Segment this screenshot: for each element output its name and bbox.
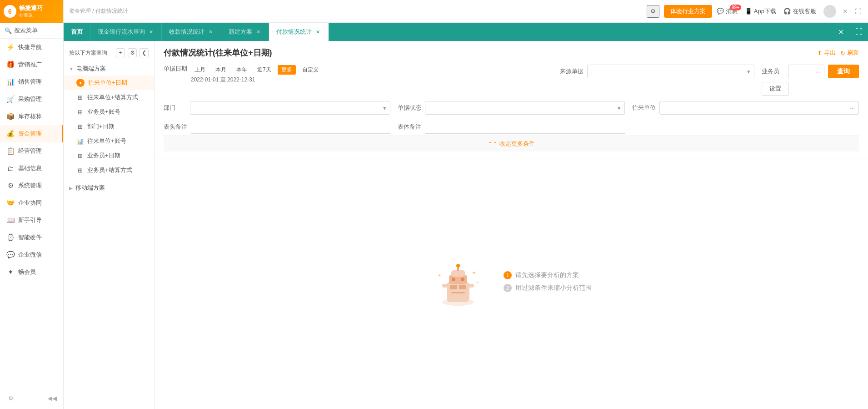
table-icon: ⊞ — [76, 167, 84, 174]
tab-bank-flow-close[interactable]: ✕ — [148, 29, 154, 35]
sidebar-collapse-btn[interactable]: ◀◀ — [46, 392, 59, 404]
finance-icon: 💰 — [6, 130, 15, 138]
scheme-item-counterpart-date[interactable]: ● 往来单位+日期 — [64, 76, 154, 90]
sidebar-item-system[interactable]: ⚙ 系统管理 — [0, 177, 63, 194]
right-panel: 付款情况统计(往来单位+日期) ⬆ 导出 ↻ 刷新 — [155, 41, 868, 409]
sidebar-search[interactable]: 🔍 搜索菜单 — [0, 23, 63, 39]
query-btn[interactable]: 查询 — [828, 65, 859, 78]
sidebar-settings-btn[interactable]: ⚙ — [5, 392, 17, 404]
svg-rect-5 — [442, 284, 448, 288]
sidebar-item-member[interactable]: ✦ 畅会员 — [0, 263, 63, 281]
date-option-7days[interactable]: 近7天 — [254, 65, 275, 75]
export-btn[interactable]: ⬆ 导出 — [817, 49, 836, 57]
tab-home[interactable]: 首页 — [64, 23, 90, 41]
sidebar-item-operation[interactable]: 📋 经营管理 — [0, 142, 63, 160]
tab-payment-stat-label: 付款情况统计 — [276, 28, 312, 36]
sidebar-item-marketing[interactable]: 🎁 营销推广 — [0, 56, 63, 73]
tab-close-all-btn[interactable]: ✕ — [832, 23, 850, 41]
svg-rect-10 — [451, 270, 465, 277]
logo-icon: 6 — [4, 5, 16, 18]
app-download-btn[interactable]: 📱 App下载 — [745, 7, 776, 15]
tab-bank-flow[interactable]: 现金银行流水查询 ✕ — [90, 23, 162, 41]
online-service-btn[interactable]: 🎧 在线客服 — [783, 7, 816, 15]
source-select[interactable]: ▾ — [587, 65, 754, 78]
sidebar-item-guide[interactable]: 📖 新手引导 — [0, 212, 63, 229]
messages-btn[interactable]: 💬 消息 99+ — [717, 7, 738, 15]
scheme-settings-btn[interactable]: ⚙ — [128, 48, 137, 57]
settings-btn[interactable]: 设置 — [762, 82, 789, 96]
desktop-scheme-title[interactable]: ▼ 电脑端方案 — [64, 62, 154, 76]
sidebar-subtitle: 标准版 — [19, 12, 43, 18]
sidebar-item-sales[interactable]: 📊 销售管理 — [0, 73, 63, 91]
breadcrumb: 资金管理 / 付款情况统计 — [69, 7, 642, 15]
agent-select[interactable]: ··· — [788, 65, 824, 78]
user-avatar[interactable] — [823, 5, 836, 18]
maximize-btn[interactable]: ⛶ — [853, 7, 863, 16]
sidebar-item-cooperation[interactable]: 🤝 企业协同 — [0, 194, 63, 212]
mobile-scheme-title[interactable]: ▶ 移动端方案 — [64, 181, 154, 195]
filter-row2: 部门 ▾ 单据状态 ▾ 往来单位 — [164, 101, 859, 115]
sidebar-item-wechat[interactable]: 💬 企业微信 — [0, 246, 63, 263]
tab-fullscreen-btn[interactable]: ⛶ — [850, 23, 868, 41]
sidebar-search-label: 搜索菜单 — [14, 26, 38, 35]
tab-new-scheme-close[interactable]: ✕ — [255, 29, 261, 35]
sidebar-item-inventory[interactable]: 📦 库存核算 — [0, 108, 63, 125]
close-btn[interactable]: ✕ — [841, 7, 850, 16]
sidebar-item-label: 销售管理 — [18, 78, 42, 86]
scheme-item-dept-date[interactable]: ⊞ 部门+日期 — [64, 119, 154, 134]
tab-collection-stat-close[interactable]: ✕ — [207, 29, 214, 35]
sidebar-item-purchase[interactable]: 🛒 采购管理 — [0, 91, 63, 108]
date-option-this-year[interactable]: 本年 — [233, 65, 251, 75]
voucher-status-select[interactable]: ▾ — [425, 101, 624, 115]
table-icon: ⊞ — [76, 94, 84, 101]
tab-collection-stat[interactable]: 收款情况统计 ✕ — [162, 23, 221, 41]
phone-icon: 📱 — [745, 8, 752, 15]
tab-home-label: 首页 — [71, 28, 83, 36]
scheme-item-agent-date[interactable]: ⊞ 业务员+日期 — [64, 148, 154, 163]
date-option-more[interactable]: 更多 — [278, 65, 296, 75]
scheme-add-btn[interactable]: + — [116, 48, 125, 57]
tab-payment-stat-close[interactable]: ✕ — [314, 29, 321, 35]
sidebar-item-basic[interactable]: 🗂 基础信息 — [0, 160, 63, 177]
header-remark-filter: 表头备注 — [164, 120, 390, 134]
body-remark-input[interactable] — [425, 120, 624, 134]
collapse-conditions-btn[interactable]: ⌃⌃ 收起更多条件 — [164, 136, 859, 151]
header-remark-label: 表头备注 — [164, 123, 187, 131]
page-title-row: 付款情况统计(往来单位+日期) ⬆ 导出 ↻ 刷新 — [164, 47, 859, 58]
dept-select[interactable]: ▾ — [190, 101, 390, 115]
tab-payment-stat[interactable]: 付款情况统计 ✕ — [269, 23, 329, 41]
counterpart-select[interactable]: ··· — [659, 101, 859, 115]
fullscreen-icon: ⛶ — [855, 28, 863, 36]
refresh-btn[interactable]: ↻ 刷新 — [840, 49, 859, 57]
header-remark-input[interactable] — [191, 120, 390, 134]
chevron-up-icon: ⌃⌃ — [488, 141, 498, 147]
chevron-down-icon: ··· — [850, 105, 855, 111]
quick-nav-icon: ⚡ — [6, 43, 15, 51]
date-option-this-month[interactable]: 本月 — [212, 65, 230, 75]
sidebar-item-finance[interactable]: 💰 资金管理 — [0, 125, 63, 142]
scheme-item-label: 往来单位+结算方式 — [87, 93, 138, 101]
date-option-last-month[interactable]: 上月 — [191, 65, 209, 75]
headset-icon: 🎧 — [783, 8, 791, 15]
trial-btn[interactable]: 体验行业方案 — [664, 5, 712, 18]
sidebar-item-hardware[interactable]: ⌚ 智能硬件 — [0, 229, 63, 246]
svg-text:✦: ✦ — [472, 270, 476, 276]
date-options-group: 上月 本月 本年 近7天 更多 自定义 2022-01-01 至 2022-12… — [191, 65, 322, 84]
scheme-item-counterpart-account[interactable]: 📊 往来单位+账号 — [64, 134, 154, 148]
collapse-label: 收起更多条件 — [499, 140, 535, 148]
tab-new-scheme[interactable]: 新建方案 ✕ — [221, 23, 269, 41]
scheme-item-counterpart-settlement[interactable]: ⊞ 往来单位+结算方式 — [64, 90, 154, 105]
sidebar-item-quick-nav[interactable]: ⚡ 快捷导航 — [0, 39, 63, 56]
tabs-actions: ✕ ⛶ — [832, 23, 868, 41]
scheme-item-label: 业务员+结算方式 — [87, 166, 132, 174]
scheme-collapse-btn[interactable]: ❮ — [140, 48, 149, 57]
member-icon: ✦ — [6, 268, 15, 276]
date-filter: 单据日期 上月 本月 本年 近7天 更多 自定义 2022-01-01 至 20… — [164, 65, 553, 84]
scheme-item-agent-settlement[interactable]: ⊞ 业务员+结算方式 — [64, 163, 154, 177]
scheme-item-agent-account[interactable]: ⊞ 业务员+账号 — [64, 105, 154, 119]
sales-icon: 📊 — [6, 78, 15, 86]
date-option-custom[interactable]: 自定义 — [299, 65, 322, 75]
search-icon: 🔍 — [5, 27, 12, 34]
empty-tips: 1 请先选择要分析的方案 2 用过滤条件来缩小分析范围 — [504, 271, 592, 297]
topbar-settings-btn[interactable]: ⚙ — [647, 5, 659, 18]
